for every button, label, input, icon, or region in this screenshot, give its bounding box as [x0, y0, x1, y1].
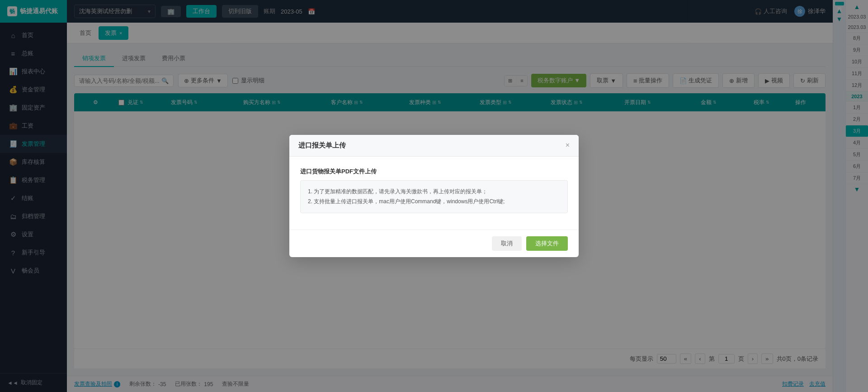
upload-modal: 进口报关单上传 × 进口货物报关单PDF文件上传 1. 为了更加精准的数据匹配，…: [289, 135, 579, 257]
modal-title: 进口报关单上传: [298, 141, 346, 150]
modal-close-button[interactable]: ×: [566, 141, 570, 149]
modal-cancel-button[interactable]: 取消: [492, 236, 522, 251]
modal-select-file-button[interactable]: 选择文件: [526, 236, 568, 251]
modal-header: 进口报关单上传 ×: [289, 135, 579, 157]
modal-section-title: 进口货物报关单PDF文件上传: [300, 167, 568, 176]
notice-item-2: 2. 支持批量上传进口报关单，mac用户使用Command键，windows用户…: [308, 197, 560, 207]
modal-footer: 取消 选择文件: [289, 229, 579, 257]
notice-item-1: 1. 为了更加精准的数据匹配，请先录入海关缴款书，再上传对应的报关单；: [308, 187, 560, 197]
modal-body: 进口货物报关单PDF文件上传 1. 为了更加精准的数据匹配，请先录入海关缴款书，…: [289, 157, 579, 229]
modal-notice: 1. 为了更加精准的数据匹配，请先录入海关缴款书，再上传对应的报关单； 2. 支…: [300, 180, 568, 213]
modal-overlay[interactable]: 进口报关单上传 × 进口货物报关单PDF文件上传 1. 为了更加精准的数据匹配，…: [0, 0, 868, 392]
